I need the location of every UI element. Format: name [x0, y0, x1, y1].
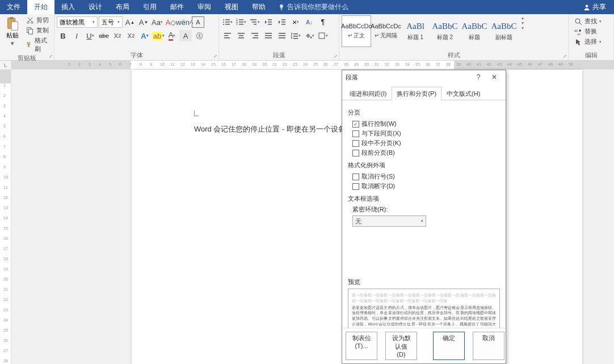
ribbon-tab-3[interactable]: 设计	[82, 0, 109, 14]
paragraph-launcher-icon[interactable]: ⤢	[334, 54, 338, 59]
ribbon-tab-0[interactable]: 文件	[0, 0, 27, 14]
distribute-button[interactable]	[276, 30, 288, 41]
align-left-button[interactable]	[221, 30, 234, 41]
ok-button[interactable]: 确定	[433, 332, 465, 360]
ribbon-tab-6[interactable]: 邮件	[163, 0, 191, 14]
widow-orphan-checkbox[interactable]: ✓孤行控制(W)	[348, 119, 500, 129]
justify-button[interactable]	[262, 30, 275, 41]
show-marks-button[interactable]: ¶	[317, 16, 329, 28]
set-default-button[interactable]: 设为默认值(D)	[385, 332, 417, 360]
styles-more-button[interactable]: ▴▾▾	[519, 15, 527, 31]
dialog-tab-0[interactable]: 缩进和间距(I)	[344, 87, 392, 100]
ribbon-tab-2[interactable]: 插入	[54, 0, 82, 14]
ribbon-tab-7[interactable]: 审阅	[191, 0, 218, 14]
strikethrough-button[interactable]: abc	[98, 30, 110, 41]
share-button[interactable]: 共享	[575, 0, 614, 14]
underline-button[interactable]: U▾	[84, 30, 96, 41]
char-border-button[interactable]: A	[192, 16, 204, 28]
dialog-tab-1[interactable]: 换行和分页(P)	[392, 87, 441, 100]
search-icon	[574, 18, 582, 26]
svg-rect-39	[253, 37, 258, 39]
document-canvas[interactable]: Word 会记住您的停止位置 - 即使在另一个设备上。↵	[11, 70, 614, 364]
italic-button[interactable]: I	[70, 30, 83, 41]
clipboard-launcher-icon[interactable]: ⤢	[49, 54, 53, 59]
text-effects-button[interactable]: A▾	[138, 30, 151, 41]
style-item-4[interactable]: AaBbC标题	[460, 15, 489, 47]
font-color-button[interactable]: A▾	[166, 30, 178, 41]
svg-rect-15	[225, 24, 230, 25]
sort-button[interactable]: A↓	[303, 16, 316, 28]
line-spacing-button[interactable]: ▾	[289, 30, 302, 41]
tell-me[interactable]: 告诉我你想要做什么	[272, 0, 354, 14]
dialog-help-button[interactable]: ?	[470, 73, 486, 81]
numbering-button[interactable]: 123▾	[235, 16, 247, 28]
ribbon-tab-8[interactable]: 视图	[218, 0, 245, 14]
decrease-indent-button[interactable]	[262, 16, 275, 28]
clipboard-group: 粘贴 ▾ 剪切 复制 格式刷 ⤢ 剪贴板	[0, 14, 54, 60]
font-size-select[interactable]: 五号▾	[99, 16, 123, 28]
increase-font-button[interactable]: A▲	[124, 16, 136, 28]
svg-point-12	[223, 22, 224, 23]
ruler-corner[interactable]: L	[0, 61, 11, 69]
svg-point-10	[223, 19, 224, 20]
bullets-button[interactable]: ▾	[221, 16, 234, 28]
ruler-vertical[interactable]: 1234567891011121314151617181920212223242…	[0, 70, 11, 364]
bullets-icon	[222, 18, 230, 26]
cancel-button[interactable]: 取消	[473, 332, 504, 360]
no-hyphenation-checkbox[interactable]: 取消断字(D)	[348, 181, 500, 191]
highlight-button[interactable]: ab▾	[152, 30, 165, 41]
ribbon-tab-5[interactable]: 引用	[136, 0, 163, 14]
format-painter-button[interactable]: 格式刷	[24, 36, 52, 54]
char-shading-button[interactable]: A	[179, 30, 192, 41]
subscript-button[interactable]: X2	[111, 30, 124, 41]
dialog-titlebar[interactable]: 段落 ? ✕	[342, 70, 506, 84]
style-item-1[interactable]: AaBbCcDc↵ 无间隔	[371, 15, 401, 47]
svg-rect-25	[268, 19, 272, 20]
style-item-5[interactable]: AaBbC副标题	[489, 15, 519, 47]
styles-launcher-icon[interactable]: ⤢	[563, 54, 567, 59]
asian-layout-button[interactable]: ✕▾	[289, 16, 302, 28]
dialog-tab-2[interactable]: 中文版式(H)	[441, 87, 485, 100]
style-item-3[interactable]: AaBbC标题 2	[430, 15, 460, 47]
increase-indent-button[interactable]	[276, 16, 288, 28]
editing-group-label: 编辑	[571, 51, 611, 60]
svg-rect-42	[265, 37, 272, 39]
select-button[interactable]: 选择▾	[571, 37, 605, 46]
style-item-0[interactable]: AaBbCcDc↵ 正文	[342, 15, 371, 47]
ruler-horizontal[interactable]: L 12345678910111213141516171819202122232…	[0, 61, 614, 70]
phonetic-guide-button[interactable]: wénA	[178, 16, 191, 28]
find-button[interactable]: 查找▾	[571, 16, 605, 26]
shading-button[interactable]: ▾	[303, 30, 316, 41]
paste-button[interactable]: 粘贴 ▾	[2, 15, 23, 48]
keep-with-next-checkbox[interactable]: 与下段同页(X)	[348, 129, 500, 138]
dialog-close-button[interactable]: ✕	[486, 73, 502, 81]
cut-button[interactable]: 剪切	[24, 15, 52, 25]
copy-button[interactable]: 复制	[24, 26, 52, 35]
page-break-before-checkbox[interactable]: 段前分页(B)	[348, 148, 500, 158]
bold-button[interactable]: B	[57, 30, 69, 41]
align-right-icon	[251, 32, 259, 40]
font-name-select[interactable]: 微软雅黑▾	[57, 16, 98, 28]
align-center-button[interactable]	[235, 30, 247, 41]
svg-rect-17	[239, 19, 243, 20]
ribbon-tab-9[interactable]: 帮助	[245, 0, 272, 14]
tight-wrap-select[interactable]: 无▾	[352, 215, 426, 227]
align-right-button[interactable]	[249, 30, 261, 41]
style-item-2[interactable]: AaBl标题 1	[401, 15, 430, 47]
tabs-button[interactable]: 制表位(T)...	[346, 332, 377, 360]
change-case-button[interactable]: Aa▾	[151, 16, 163, 28]
enclose-char-button[interactable]: ㊏	[193, 30, 205, 41]
multilevel-list-button[interactable]: ▾	[249, 16, 261, 28]
ribbon-tab-1[interactable]: 开始	[27, 0, 54, 14]
svg-rect-45	[279, 37, 285, 39]
ribbon-tab-4[interactable]: 布局	[109, 0, 136, 14]
keep-together-checkbox[interactable]: 段中不分页(K)	[348, 138, 500, 148]
preview-box: 前一段落前一段落前一段落前一段落前一段落前一段落前一段落前一段落前一段落前一段落…	[348, 289, 500, 328]
superscript-button[interactable]: X2	[125, 30, 137, 41]
replace-button[interactable]: abac 替换	[571, 27, 600, 36]
clear-formatting-button[interactable]: A◇	[165, 16, 177, 28]
borders-button[interactable]: ▾	[317, 30, 329, 41]
no-line-numbers-checkbox[interactable]: 取消行号(S)	[348, 172, 500, 181]
font-launcher-icon[interactable]: ⤢	[213, 54, 217, 59]
decrease-font-button[interactable]: A▼	[137, 16, 150, 28]
